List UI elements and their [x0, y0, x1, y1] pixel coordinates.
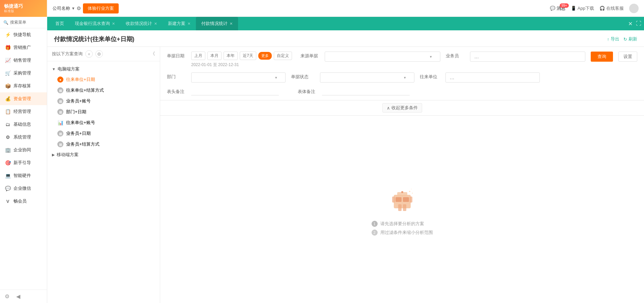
voucher-status-label: 单据状态: [291, 72, 315, 80]
header-settings-icon[interactable]: ⚙: [77, 5, 81, 11]
scheme-item-unit-settlement[interactable]: ▦ 往来单位+结算方式: [47, 85, 160, 96]
sidebar-item-system[interactable]: ⚙ 系统管理: [0, 131, 47, 144]
settings-bottom-icon[interactable]: ⚙: [5, 293, 9, 300]
more-date-button[interactable]: 更多: [258, 52, 272, 60]
sidebar-item-label: 库存核算: [13, 83, 31, 89]
scheme-item-dept-date[interactable]: ▦ 部门+日期: [47, 107, 160, 117]
scheme-icon: ▦: [57, 130, 63, 137]
tab-bar: 首页 现金银行流水查询 ✕ 收款情况统计 ✕ 新建方案 ✕ 付款情况统计 ✕ ✕…: [47, 17, 644, 30]
body-note-input[interactable]: [322, 87, 410, 95]
sidebar-item-purchase[interactable]: 🛒 采购管理: [0, 67, 47, 80]
wechat-icon: 💬: [5, 185, 11, 191]
dept-filter-label: 部门: [167, 72, 186, 80]
source-filter-label: 来源单据: [300, 52, 319, 59]
panel-collapse-button[interactable]: 《: [150, 51, 155, 57]
sidebar-item-guide[interactable]: 🎯 新手引导: [0, 156, 47, 169]
sidebar-item-inventory[interactable]: 📦 库存核算: [0, 80, 47, 92]
filter-settings-button[interactable]: 设置: [618, 52, 637, 62]
service-icon: 🎧: [599, 6, 605, 11]
sidebar-item-label: 企业微信: [13, 185, 31, 191]
cashflow-tab-close-icon[interactable]: ✕: [112, 22, 115, 26]
tab-payments[interactable]: 付款情况统计 ✕: [196, 17, 238, 30]
svg-rect-7: [398, 204, 402, 211]
svg-rect-4: [410, 196, 412, 203]
content-area: 按以下方案查询 + ⚙ 《 ▼ 电脑端方案 ● 往来单位+日期 ▦: [47, 47, 644, 303]
partner-select[interactable]: ...: [445, 72, 540, 83]
basic-icon: 🗂: [5, 121, 11, 127]
source-select[interactable]: ▾: [325, 52, 440, 62]
scheme-item-unit-account[interactable]: 📊 往来单位+账号: [47, 117, 160, 128]
last-7-days-button[interactable]: 近7天: [240, 52, 256, 60]
user-avatar[interactable]: [629, 4, 639, 13]
tab-close-all-icon[interactable]: ✕: [628, 21, 633, 27]
query-button[interactable]: 查询: [591, 52, 613, 62]
sidebar-item-label: 资金管理: [13, 96, 31, 102]
pc-group-label: 电脑端方案: [58, 66, 80, 72]
payments-tab-close-icon[interactable]: ✕: [230, 22, 233, 26]
scheme-icon: ▦: [57, 141, 63, 147]
tab-home[interactable]: 首页: [50, 17, 69, 30]
this-year-button[interactable]: 本年: [224, 52, 238, 60]
tab-cashflow[interactable]: 现金银行流水查询 ✕: [69, 17, 120, 30]
last-month-button[interactable]: 上月: [191, 52, 205, 60]
sidebar-item-wechat[interactable]: 💬 企业微信: [0, 182, 47, 195]
sidebar-item-enterprise[interactable]: 🏢 企业协同: [0, 144, 47, 156]
hardware-icon: 💻: [5, 173, 11, 179]
collapse-sidebar-icon[interactable]: ◀: [16, 293, 20, 300]
company-dropdown-icon[interactable]: ▾: [72, 6, 75, 11]
mobile-scheme-group[interactable]: ▶ 移动端方案: [47, 150, 160, 160]
scheme-settings-button[interactable]: ⚙: [95, 50, 103, 58]
scheme-item-staff-date[interactable]: ▦ 业务员+日期: [47, 128, 160, 139]
sidebar-item-hardware[interactable]: 💻 智能硬件: [0, 169, 47, 182]
scheme-item-unit-date[interactable]: ● 往来单位+日期: [47, 74, 160, 85]
partner-dots[interactable]: ...: [450, 74, 454, 81]
scheme-item-staff-settlement[interactable]: ▦ 业务员+结算方式: [47, 139, 160, 150]
receipts-tab-close-icon[interactable]: ✕: [154, 22, 157, 26]
sidebar-item-operations[interactable]: 📋 经营管理: [0, 105, 47, 118]
filter-row-3: 表头备注 表体备注: [167, 87, 637, 95]
sidebar-item-marketing[interactable]: 🎁 营销推广: [0, 41, 47, 54]
scheme-section: ▼ 电脑端方案 ● 往来单位+日期 ▦ 往来单位+结算方式 ▦ 业务员+账号: [47, 61, 160, 162]
app-download-button[interactable]: 📱 App下载: [571, 5, 594, 11]
scheme-icon: ▦: [57, 109, 63, 115]
scheme-icon: ▦: [57, 98, 63, 104]
sidebar-item-quick-nav[interactable]: ⚡ 快捷导航: [0, 28, 47, 41]
sidebar-item-sales[interactable]: 📈 销售管理: [0, 54, 47, 67]
pc-scheme-group[interactable]: ▼ 电脑端方案: [47, 64, 160, 74]
collapse-more-button[interactable]: ∧ 收起更多条件: [382, 103, 422, 113]
cashflow-tab-label: 现金银行流水查询: [75, 21, 110, 27]
sidebar-item-capital[interactable]: 💰 资金管理: [0, 92, 47, 105]
sidebar-item-label: 智能硬件: [13, 173, 31, 179]
refresh-button[interactable]: ↻ 刷新: [623, 36, 637, 42]
scheme-item-staff-account[interactable]: ▦ 业务员+账号: [47, 96, 160, 107]
chart-icon: 📊: [57, 120, 63, 126]
dept-select[interactable]: ▾: [191, 72, 286, 83]
tab-receipts[interactable]: 收款情况统计 ✕: [120, 17, 163, 30]
tab-maximize-icon[interactable]: ⛶: [636, 21, 641, 27]
export-button[interactable]: ↑ 导出: [607, 36, 620, 42]
voucher-status-select[interactable]: ▾: [320, 72, 414, 83]
new-plan-tab-close-icon[interactable]: ✕: [187, 22, 191, 26]
add-scheme-button[interactable]: +: [85, 50, 93, 58]
svg-rect-8: [403, 204, 406, 211]
trial-button[interactable]: 体验行业方案: [83, 3, 119, 13]
collapse-bar: ∧ 收起更多条件: [160, 100, 644, 116]
sidebar-item-label: 畅会员: [13, 198, 27, 204]
sidebar-item-basic[interactable]: 🗂 基础信息: [0, 118, 47, 131]
staff-select[interactable]: ...: [470, 52, 585, 62]
custom-date-button[interactable]: 自定义: [274, 52, 292, 60]
message-icon: 💬: [550, 6, 555, 11]
staff-dots[interactable]: ...: [474, 54, 479, 60]
sidebar-item-label: 经营管理: [13, 109, 31, 115]
sidebar-item-label: 采购管理: [13, 70, 31, 76]
header-note-input[interactable]: [191, 87, 279, 95]
sidebar-search[interactable]: 🔍 搜索菜单: [0, 17, 47, 28]
customer-service-button[interactable]: 🎧 在线客服: [599, 5, 624, 11]
sidebar-item-member[interactable]: V 畅会员: [0, 195, 47, 208]
empty-tip-2: 2 用过滤条件来缩小分析范围: [372, 230, 433, 236]
dept-dropdown-icon: ▾: [275, 75, 277, 80]
left-panel: 按以下方案查询 + ⚙ 《 ▼ 电脑端方案 ● 往来单位+日期 ▦: [47, 47, 160, 303]
message-button[interactable]: 💬 消息 99+: [550, 5, 565, 11]
this-month-button[interactable]: 本月: [207, 52, 222, 60]
tab-new-plan[interactable]: 新建方案 ✕: [163, 17, 196, 30]
